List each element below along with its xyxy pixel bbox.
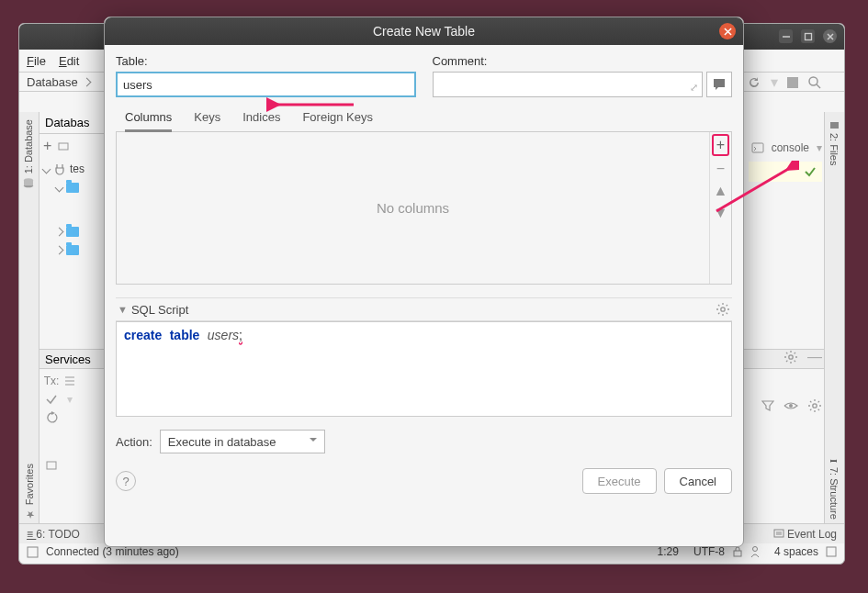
action-select[interactable]: Execute in database [160,430,325,453]
eye-icon[interactable] [783,398,798,413]
sidebar-tab-files-label: 2: Files [829,133,840,165]
tx-toolbar: Tx: ▾ [39,369,82,477]
commit-icon[interactable] [43,391,60,408]
tree-label: tes [70,162,85,175]
chevron-down-icon [55,183,64,192]
todo-tab[interactable]: ≡ 6: TODO [27,528,80,541]
sidebar-tab-favorites[interactable]: ★ Favorites [23,464,35,520]
query-result-bar [749,162,822,182]
check-icon [804,165,817,178]
gear-icon[interactable] [807,398,822,413]
tab-keys[interactable]: Keys [194,110,220,132]
filter-icon[interactable] [761,399,774,412]
database-icon [23,177,34,188]
svg-point-15 [721,308,725,311]
rollback-icon[interactable] [43,409,60,426]
add-column-button[interactable]: + [712,134,729,156]
sidebar-tab-database[interactable]: 1: Database [23,119,34,188]
folder-icon [829,119,840,129]
table-name-input[interactable] [116,72,416,97]
sidebar-tab-structure-label: 7: Structure [829,467,840,520]
ide-toolbar-right: ▾ [747,73,822,91]
svg-rect-2 [752,143,763,152]
tx-label: Tx: [43,373,60,389]
menu-edit[interactable]: Edit [59,54,79,68]
sql-script-header[interactable]: ▼ SQL Script [116,297,732,321]
move-down-button[interactable]: ▼ [710,202,731,224]
view-tools [761,398,822,413]
sync-icon[interactable] [747,75,761,90]
tab-indices[interactable]: Indices [242,110,280,132]
status-indicator-icon [826,546,837,557]
move-up-button[interactable]: ▲ [710,180,731,202]
console-label[interactable]: console [772,141,809,154]
sql-keyword: table [170,328,200,342]
eventlog-tab[interactable]: Event Log [773,528,837,541]
tx-indent-icon[interactable] [62,373,78,389]
cancel-button[interactable]: Cancel [664,468,732,494]
execute-button[interactable]: Execute [582,468,657,494]
add-icon[interactable]: + [43,138,51,154]
sql-keyword: create [124,328,162,342]
status-indent[interactable]: 4 spaces [774,545,818,558]
svg-rect-6 [47,462,56,469]
close-window-button[interactable] [823,29,837,43]
sidebar-tab-files[interactable]: 2: Files [829,119,840,165]
sidebar-tab-favorites-label: Favorites [24,464,35,505]
output-icon[interactable] [43,457,60,474]
ide-side-right: 2: Files I 7: Structure [824,112,844,525]
svg-rect-4 [830,122,839,129]
svg-point-9 [813,404,817,408]
svg-rect-14 [827,547,836,556]
datasource-icon[interactable] [57,140,70,152]
maximize-button[interactable] [801,29,815,43]
chevron-right-icon [55,227,64,236]
tab-columns[interactable]: Columns [125,110,172,132]
ide-side-left: 1: Database ★ Favorites [19,112,39,525]
no-columns-label: No columns [117,132,709,284]
status-connected: Connected (3 minutes ago) [46,545,179,558]
sidebar-tab-structure[interactable]: I 7: Structure [829,459,840,519]
expand-icon[interactable]: ⤢ [690,82,698,94]
minimize-button[interactable] [779,29,793,43]
tx-dropdown-icon[interactable]: ▾ [62,391,78,408]
breadcrumb-database[interactable]: Database [27,75,78,89]
remove-column-button[interactable]: − [710,158,731,180]
sql-script-box[interactable]: create table users; [116,321,732,417]
ide-subtoolbar: console ▾ [751,141,822,154]
sql-semicolon: ; [239,328,242,342]
menu-file[interactable]: File [27,54,46,68]
svg-point-13 [752,547,757,552]
sidebar-tab-database-label: 1: Database [23,119,34,173]
help-button[interactable]: ? [116,471,136,491]
create-table-dialog: Create New Table Table: Comment: ⤢ Colum… [104,17,744,547]
chevron-down-icon [42,164,51,173]
console-icon [751,141,764,154]
svg-rect-0 [805,33,811,39]
search-icon[interactable] [807,75,822,90]
status-encoding[interactable]: UTF-8 [693,545,725,558]
lock-icon[interactable] [732,546,743,557]
table-label: Table: [116,54,416,68]
svg-point-8 [789,404,793,408]
gear-icon[interactable] [783,350,798,364]
comment-input[interactable]: ⤢ [433,72,704,97]
svg-point-7 [789,355,793,359]
dialog-tabs: Columns Keys Indices Foreign Keys [125,110,732,132]
action-row: Action: Execute in database [116,430,732,453]
stop-icon[interactable] [787,77,798,88]
tab-foreign-keys[interactable]: Foreign Keys [302,110,373,132]
plug-icon [53,162,66,175]
comment-dialog-button[interactable] [706,72,732,97]
caret-down-icon: ▼ [118,304,128,315]
gear-icon[interactable] [716,302,730,317]
dialog-footer: ? Execute Cancel [116,468,732,494]
svg-rect-12 [734,551,741,556]
sql-identifier: users [208,328,239,342]
dialog-close-button[interactable] [719,23,736,39]
chevron-right-icon [55,245,64,254]
dialog-title: Create New Table [373,24,475,39]
hector-icon[interactable] [749,545,761,558]
services-tools: — [783,349,822,365]
folder-icon [66,183,79,193]
